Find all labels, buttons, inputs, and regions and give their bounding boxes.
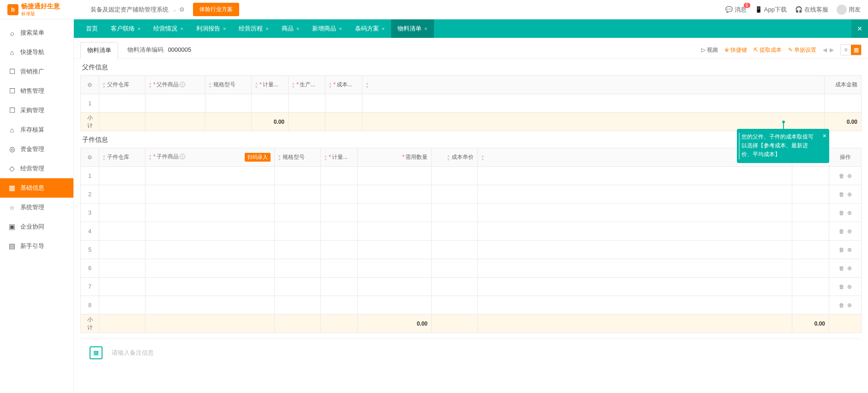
tab-close-icon[interactable]: ×	[296, 26, 299, 31]
sidebar-item-10[interactable]: ▣企业协同	[0, 217, 73, 236]
shortcut-link[interactable]: ※快捷键	[724, 46, 747, 54]
video-link[interactable]: ▷视频	[701, 46, 718, 54]
child-row[interactable]: 8🗑⊕	[81, 296, 862, 314]
play-icon: ▷	[701, 47, 705, 53]
child-cost-price-header[interactable]: ▴▾成本单价	[432, 148, 478, 167]
child-product-header[interactable]: ▴▾*子件商品?扫码录入	[145, 148, 275, 167]
delete-row-icon[interactable]: 🗑	[839, 191, 844, 198]
delete-row-icon[interactable]: 🗑	[839, 173, 844, 179]
delete-row-icon[interactable]: 🗑	[839, 265, 844, 272]
sidebar-item-11[interactable]: ▤新手引导	[0, 236, 73, 256]
prev-record-button[interactable]: ◀	[823, 47, 827, 53]
parent-warehouse-header[interactable]: ▴▾父件仓库	[99, 76, 145, 94]
scan-input-button[interactable]: 扫码录入	[245, 153, 271, 162]
tab-3[interactable]: 利润报告×	[190, 19, 232, 38]
online-service-link[interactable]: 🎧 在线客服	[795, 6, 828, 14]
view-form-button[interactable]: ▦	[851, 45, 861, 55]
add-row-icon[interactable]: ⊕	[847, 210, 852, 216]
parent-product-header[interactable]: ▴▾*父件商品?	[145, 76, 205, 94]
sidebar-item-5[interactable]: ⌂库存核算	[0, 120, 73, 139]
delete-row-icon[interactable]: 🗑	[839, 228, 844, 235]
child-unit-header[interactable]: ▴▾*计量...	[321, 148, 358, 167]
add-row-icon[interactable]: ⊕	[847, 284, 852, 290]
child-row[interactable]: 1🗑⊕	[81, 167, 862, 185]
sidebar-icon: ▣	[8, 223, 16, 231]
calendar-icon[interactable]: ▦	[90, 346, 102, 359]
sidebar: ⌕搜索菜单⌂快捷导航☐营销推广☐销售管理☐采购管理⌂库存核算◎资金管理◇经营管理…	[0, 19, 74, 393]
subtab-bom[interactable]: 物料清单	[80, 42, 118, 59]
tab-close-icon[interactable]: ×	[180, 26, 183, 31]
sidebar-item-3[interactable]: ☐销售管理	[0, 81, 73, 101]
close-all-tabs-button[interactable]: ×	[851, 19, 868, 38]
tab-close-icon[interactable]: ×	[223, 26, 226, 31]
child-need-qty-header[interactable]: *需用数量	[358, 148, 432, 167]
sidebar-item-9[interactable]: ○系统管理	[0, 198, 73, 217]
add-row-icon[interactable]: ⊕	[847, 265, 852, 272]
child-row[interactable]: 4🗑⊕	[81, 222, 862, 241]
gear-icon[interactable]: ⚙	[177, 4, 187, 15]
delete-row-icon[interactable]: 🗑	[839, 284, 844, 290]
info-icon[interactable]: ?	[180, 154, 185, 159]
child-row[interactable]: 7🗑⊕	[81, 278, 862, 296]
tab-2[interactable]: 经营情况×	[147, 19, 189, 38]
tab-close-icon[interactable]: ×	[265, 26, 268, 31]
sidebar-item-2[interactable]: ☐营销推广	[0, 62, 73, 81]
tab-8[interactable]: 物料清单×	[391, 19, 434, 38]
gear-column-header[interactable]: ⚙	[81, 148, 99, 167]
tab-7[interactable]: 条码方案×	[349, 19, 391, 38]
sidebar-item-0[interactable]: ⌕搜索菜单	[0, 23, 73, 42]
parent-table: ⚙ ▴▾父件仓库 ▴▾*父件商品? ▴▾规格型号 ▴▾*计量... ▴▾*生产.…	[80, 75, 862, 131]
delete-row-icon[interactable]: 🗑	[839, 247, 844, 253]
add-row-icon[interactable]: ⊕	[847, 247, 852, 253]
app-download-link[interactable]: 📱 App下载	[755, 6, 787, 14]
add-row-icon[interactable]: ⊕	[847, 191, 852, 198]
gear-column-header[interactable]: ⚙	[81, 76, 99, 94]
add-row-icon[interactable]: ⊕	[847, 228, 852, 235]
tooltip-close-button[interactable]: ×	[823, 131, 826, 141]
tab-0[interactable]: 首页	[79, 19, 104, 38]
parent-unit-header[interactable]: ▴▾*计量...	[252, 76, 289, 94]
child-spec-header[interactable]: ▴▾规格型号	[275, 148, 321, 167]
child-row[interactable]: 3🗑⊕	[81, 204, 862, 222]
sidebar-icon: ◎	[8, 145, 16, 153]
child-row[interactable]: 5🗑⊕	[81, 241, 862, 259]
tab-5[interactable]: 商品×	[275, 19, 306, 38]
tab-1[interactable]: 客户联络×	[104, 19, 147, 38]
system-selector[interactable]: 装备及固定资产辅助管理系统 ⌄	[90, 6, 177, 14]
remark-placeholder[interactable]: 请输入备注信息	[112, 349, 154, 357]
nav-arrows: ◀ ▶	[823, 47, 834, 53]
sidebar-item-1[interactable]: ⌂快捷导航	[0, 42, 73, 62]
sidebar-item-4[interactable]: ☐采购管理	[0, 101, 73, 120]
sidebar-item-7[interactable]: ◇经营管理	[0, 159, 73, 178]
trial-button[interactable]: 体验行业方案	[193, 3, 239, 16]
tab-4[interactable]: 经营历程×	[232, 19, 275, 38]
tab-close-icon[interactable]: ×	[424, 26, 427, 31]
parent-spec-header[interactable]: ▴▾规格型号	[205, 76, 252, 94]
parent-cost-header[interactable]: ▴▾*成本...	[326, 76, 362, 94]
view-list-button[interactable]: ≡	[841, 45, 851, 55]
add-row-icon[interactable]: ⊕	[847, 173, 852, 179]
sidebar-label: 搜索菜单	[20, 29, 44, 37]
form-settings-link[interactable]: ✎单据设置	[788, 46, 816, 54]
delete-row-icon[interactable]: 🗑	[839, 302, 844, 308]
parent-cost-amount-header[interactable]: 成本金额	[825, 76, 862, 94]
child-warehouse-header[interactable]: ▴▾子件仓库	[99, 148, 145, 167]
tab-close-icon[interactable]: ×	[382, 26, 385, 31]
tab-6[interactable]: 新增商品×	[306, 19, 348, 38]
parent-row[interactable]: 1	[81, 94, 862, 113]
sidebar-item-6[interactable]: ◎资金管理	[0, 139, 73, 159]
user-menu[interactable]: 用友	[837, 5, 861, 15]
tab-close-icon[interactable]: ×	[138, 26, 140, 31]
extract-cost-link[interactable]: ⇱提取成本	[753, 46, 782, 54]
sidebar-item-8[interactable]: ▦基础信息	[0, 178, 73, 198]
app-header: b 畅捷通好生意 标准版 装备及固定资产辅助管理系统 ⌄ ⚙ 体验行业方案 💬 …	[0, 0, 868, 19]
messages-link[interactable]: 💬 消息 6	[725, 6, 747, 14]
child-row[interactable]: 2🗑⊕	[81, 185, 862, 204]
next-record-button[interactable]: ▶	[830, 47, 834, 53]
delete-row-icon[interactable]: 🗑	[839, 210, 844, 216]
parent-produce-header[interactable]: ▴▾*生产...	[289, 76, 326, 94]
info-icon[interactable]: ?	[180, 82, 185, 87]
tab-close-icon[interactable]: ×	[339, 26, 342, 31]
child-row[interactable]: 6🗑⊕	[81, 259, 862, 278]
add-row-icon[interactable]: ⊕	[847, 302, 852, 308]
